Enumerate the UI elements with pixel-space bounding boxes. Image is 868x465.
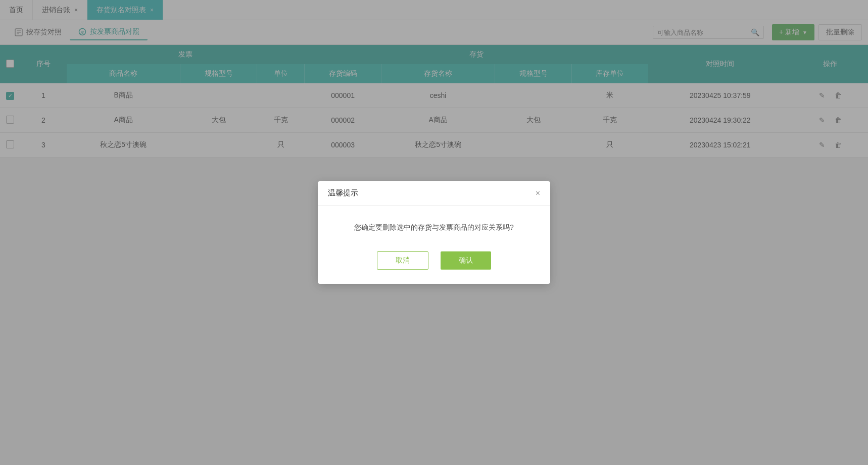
modal-overlay: 温馨提示 × 您确定要删除选中的存货与发票商品的对应关系吗? 取消 确认 [0, 0, 868, 158]
